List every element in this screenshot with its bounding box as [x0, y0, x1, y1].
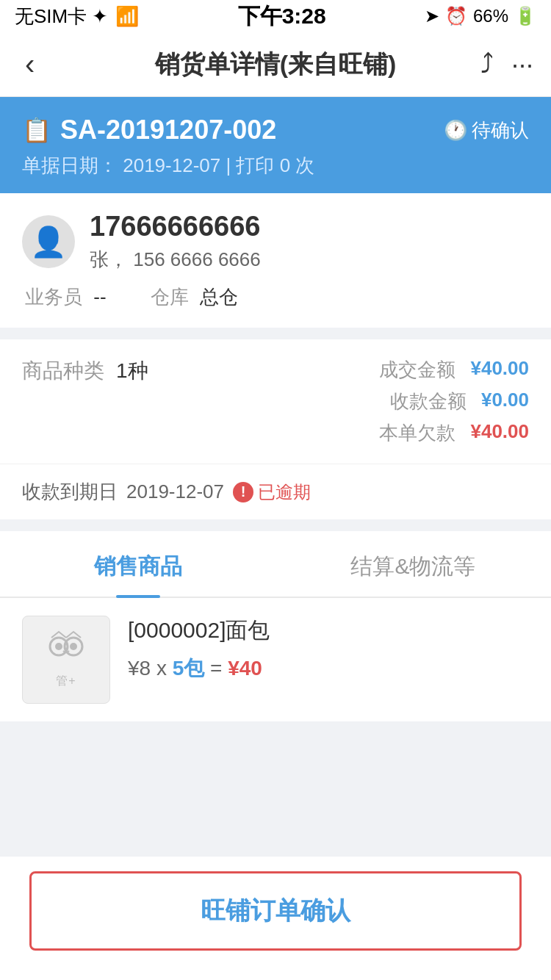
equals-sign: = [210, 657, 228, 680]
salesperson-info: 业务员 -- [25, 284, 107, 310]
transaction-label: 成交金额 [379, 357, 455, 383]
wifi-icon: 📶 [115, 5, 139, 28]
product-price: ¥8 x 5包 = ¥40 [128, 655, 529, 682]
product-thumbnail: 管+ [44, 630, 88, 689]
status-right: ➤ ⏰ 66% 🔋 [425, 6, 536, 26]
owed-label: 本单欠款 [379, 420, 455, 446]
salesperson-label: 业务员 [25, 286, 82, 308]
confirm-btn-container: 旺铺订单确认 [0, 857, 551, 980]
nav-actions: ⤴ ··· [480, 49, 533, 80]
customer-info: 张， 156 6666 6666 [90, 247, 261, 273]
multiply-sign: x [156, 657, 173, 680]
status-bar: 无SIM卡 ✦ 📶 下午3:28 ➤ ⏰ 66% 🔋 [0, 0, 551, 32]
order-header-banner: 📋 SA-20191207-002 🕐 待确认 单据日期： 2019-12-07… [0, 97, 551, 193]
product-image: 管+ [22, 616, 110, 704]
product-type: 商品种类 1种 [22, 357, 148, 385]
customer-name: 张， [90, 248, 128, 270]
location-icon: ➤ [425, 6, 439, 26]
overdue-text: 已逾期 [258, 480, 311, 504]
order-icon: 📋 [22, 116, 51, 144]
product-name: [0000002]面包 [128, 616, 529, 646]
summary-row: 商品种类 1种 成交金额 ¥40.00 收款金额 ¥0.00 本单欠款 ¥40.… [22, 357, 529, 446]
divider-1 [0, 328, 551, 339]
battery-icon: 🔋 [514, 6, 536, 26]
status-text: 待确认 [472, 118, 529, 143]
amount-summary: 成交金额 ¥40.00 收款金额 ¥0.00 本单欠款 ¥40.00 [379, 357, 529, 446]
product-name-text: 面包 [226, 618, 270, 642]
share-icon[interactable]: ⤴ [480, 49, 494, 80]
clock-icon: 🕐 [444, 119, 467, 142]
customer-phone: 17666666666 [90, 211, 261, 242]
product-type-label: 商品种类 [22, 357, 104, 385]
tab-settlement[interactable]: 结算&物流等 [276, 531, 551, 597]
svg-point-2 [55, 643, 62, 650]
customer-row: 👤 17666666666 张， 156 6666 6666 [22, 211, 529, 273]
battery-label: 66% [473, 6, 508, 26]
customer-details: 17666666666 张， 156 6666 6666 [90, 211, 261, 273]
price-unit: ¥8 [128, 657, 151, 680]
tabs-section: 销售商品 结算&物流等 [0, 531, 551, 721]
overdue-icon: ! [233, 482, 253, 502]
due-date-section: 收款到期日 2019-12-07 ! 已逾期 [0, 464, 551, 519]
order-id: 📋 SA-20191207-002 [22, 115, 276, 145]
sim-label: 无SIM卡 ✦ [15, 4, 108, 29]
customer-alt-phone: 156 6666 6666 [133, 248, 261, 270]
date-label: 单据日期： [22, 154, 118, 176]
transaction-amount-row: 成交金额 ¥40.00 [379, 357, 529, 383]
price-total: ¥40 [228, 657, 262, 680]
summary-section: 商品种类 1种 成交金额 ¥40.00 收款金额 ¥0.00 本单欠款 ¥40.… [0, 339, 551, 464]
nav-bar: ‹ 销货单详情(来自旺铺) ⤴ ··· [0, 32, 551, 97]
status-left: 无SIM卡 ✦ 📶 [15, 4, 139, 29]
back-button[interactable]: ‹ [18, 40, 42, 88]
collection-label: 收款金额 [390, 389, 467, 414]
product-item: 管+ [0000002]面包 ¥8 x 5包 = ¥40 [22, 616, 529, 704]
avatar: 👤 [22, 215, 75, 268]
owed-amount: ¥40.00 [470, 420, 529, 446]
overdue-badge: ! 已逾期 [233, 480, 311, 504]
product-type-count: 1种 [116, 357, 148, 385]
page-title: 销货单详情(来自旺铺) [155, 48, 397, 82]
order-id-row: 📋 SA-20191207-002 🕐 待确认 [22, 115, 529, 145]
order-date-row: 单据日期： 2019-12-07 | 打印 0 次 [22, 153, 529, 179]
collection-amount-row: 收款金额 ¥0.00 [390, 389, 529, 414]
tabs-header: 销售商品 结算&物流等 [0, 531, 551, 598]
product-code: [0000002] [128, 618, 226, 642]
quantity: 5包 [173, 657, 205, 680]
due-date: 2019-12-07 [126, 480, 224, 503]
product-section: 管+ [0000002]面包 ¥8 x 5包 = ¥40 [0, 598, 551, 721]
alarm-icon: ⏰ [445, 6, 467, 26]
owed-amount-row: 本单欠款 ¥40.00 [379, 420, 529, 446]
customer-section: 👤 17666666666 张， 156 6666 6666 业务员 -- 仓库… [0, 193, 551, 328]
warehouse-info: 仓库 总仓 [151, 284, 238, 310]
order-id-text: SA-20191207-002 [60, 115, 276, 145]
more-icon[interactable]: ··· [511, 49, 533, 80]
transaction-amount: ¥40.00 [470, 357, 529, 383]
print-text: | 打印 0 次 [226, 154, 314, 176]
collection-amount: ¥0.00 [481, 389, 529, 414]
order-status: 🕐 待确认 [444, 118, 529, 143]
salesperson-value: -- [93, 286, 106, 308]
customer-meta: 业务员 -- 仓库 总仓 [22, 284, 529, 310]
warehouse-label: 仓库 [151, 286, 189, 308]
brand-label: 管+ [56, 674, 76, 689]
product-info: [0000002]面包 ¥8 x 5包 = ¥40 [128, 616, 529, 682]
owl-icon [44, 630, 88, 672]
svg-point-3 [70, 643, 77, 650]
confirm-order-button[interactable]: 旺铺订单确认 [29, 871, 522, 951]
warehouse-value: 总仓 [200, 286, 238, 308]
order-date: 2019-12-07 [123, 154, 220, 176]
due-label: 收款到期日 [22, 479, 118, 505]
tab-sales-products[interactable]: 销售商品 [0, 531, 276, 597]
status-time: 下午3:28 [238, 1, 326, 32]
